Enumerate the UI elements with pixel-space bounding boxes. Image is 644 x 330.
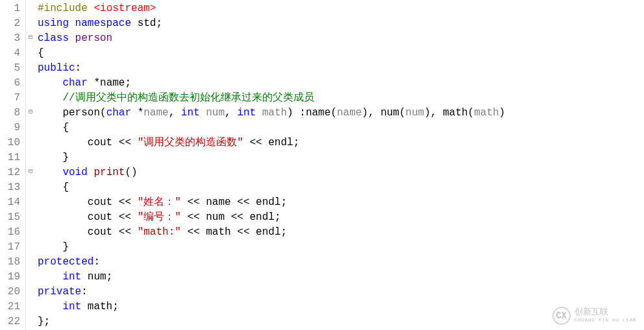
token-ident: num <box>380 107 399 119</box>
line-number: 18 <box>3 255 20 270</box>
token-param: math <box>474 107 499 119</box>
token-op: ( <box>330 107 337 119</box>
token-op: } <box>38 152 69 163</box>
token-ident: math <box>443 107 467 119</box>
token-op: ; <box>125 77 131 89</box>
token-ident: cout <box>38 211 119 223</box>
token-kw: protected <box>38 256 93 268</box>
token-op: () <box>125 167 137 178</box>
token-pp: #include <box>38 3 93 14</box>
line-number-gutter: 12345678910111213141516171819202122 <box>0 0 26 330</box>
token-inc-h: <iostream> <box>93 3 156 14</box>
token-func: print <box>93 167 125 178</box>
token-ident <box>38 301 62 312</box>
code-line: } <box>38 240 644 255</box>
token-kw: char <box>62 77 93 89</box>
code-line: } <box>38 150 644 165</box>
token-ident: endl <box>249 211 274 223</box>
fold-marker[interactable]: ⊟ <box>26 104 35 119</box>
token-ident <box>38 77 62 89</box>
fold-marker <box>26 268 35 283</box>
fold-marker <box>26 239 35 253</box>
fold-marker[interactable]: ⊟ <box>26 30 35 45</box>
code-line: cout << "姓名：" << name << endl; <box>38 195 644 210</box>
token-op: << <box>181 196 206 208</box>
code-line: cout << "math:" << math << endl; <box>38 225 644 240</box>
token-kw: using <box>38 18 75 29</box>
fold-column: ⊟⊟⊟ <box>26 0 35 330</box>
token-op: : <box>75 62 82 74</box>
token-op: { <box>38 122 69 134</box>
line-number: 22 <box>3 314 20 329</box>
code-line: public: <box>38 61 644 76</box>
line-number: 21 <box>3 300 20 314</box>
token-str: "调用父类的构造函数" <box>138 137 243 148</box>
fold-marker <box>26 179 35 194</box>
fold-marker[interactable]: ⊟ <box>26 164 35 179</box>
code-line: { <box>38 46 644 61</box>
token-ident <box>38 167 62 178</box>
code-line: class person <box>38 31 644 46</box>
line-number: 12 <box>3 165 20 180</box>
token-op: ; <box>106 271 113 283</box>
token-op: << <box>243 137 268 148</box>
token-kw: public <box>38 62 75 74</box>
fold-marker <box>26 89 35 104</box>
token-ident: name <box>306 107 330 119</box>
token-comment: //调用父类中的构造函数去初始化继承过来的父类成员 <box>62 92 314 104</box>
line-number: 13 <box>3 180 20 195</box>
code-line: { <box>38 121 644 136</box>
fold-marker <box>26 0 35 15</box>
token-ident: cout <box>38 226 119 238</box>
code-line: int num; <box>38 270 644 285</box>
code-line: cout << "编号：" << num << endl; <box>38 210 644 225</box>
code-area: #include <iostream>using namespace std;c… <box>35 0 644 330</box>
token-ident: endl <box>256 196 280 208</box>
fold-marker <box>26 15 35 30</box>
token-op: << <box>181 226 206 238</box>
token-param: num <box>406 107 425 119</box>
token-ident <box>38 92 62 104</box>
token-ident <box>38 107 62 119</box>
token-param: name <box>337 107 362 119</box>
line-number: 9 <box>3 121 20 136</box>
token-ident: endl <box>268 137 293 148</box>
token-op: << <box>119 137 138 148</box>
token-op: ( <box>399 107 406 119</box>
fold-marker <box>26 119 35 134</box>
token-ident <box>38 271 62 283</box>
token-ident: num <box>206 211 225 223</box>
logo-en: CHUANG XIN HU LIAN <box>575 318 636 324</box>
token-op: , <box>225 107 237 119</box>
line-number: 5 <box>3 61 20 76</box>
token-typename: person <box>75 32 113 44</box>
line-number: 7 <box>3 91 20 106</box>
line-number: 19 <box>3 270 20 285</box>
code-line: using namespace std; <box>38 16 644 31</box>
line-number: 20 <box>3 285 20 300</box>
token-op: << <box>119 211 138 223</box>
fold-marker <box>26 209 35 224</box>
token-kw: private <box>38 286 81 298</box>
token-ident: std <box>138 18 156 29</box>
token-op: ; <box>275 211 281 223</box>
token-kw: int <box>237 107 262 119</box>
token-op: * <box>93 77 100 89</box>
fold-marker <box>26 298 35 313</box>
token-param: math <box>262 107 287 119</box>
fold-marker <box>26 45 35 60</box>
fold-marker <box>26 194 35 209</box>
code-line: void print() <box>38 165 644 180</box>
token-op: << <box>225 211 249 223</box>
line-number: 15 <box>3 210 20 225</box>
token-op: : <box>93 256 100 268</box>
code-line: { <box>38 180 644 195</box>
fold-marker <box>26 283 35 298</box>
watermark-logo: CX 创新互联 CHUANG XIN HU LIAN <box>552 307 636 325</box>
token-op: << <box>119 226 138 238</box>
line-number: 16 <box>3 225 20 240</box>
token-kw: class <box>38 32 75 44</box>
token-ident: name <box>100 77 125 89</box>
logo-text: 创新互联 CHUANG XIN HU LIAN <box>575 308 636 323</box>
token-ident: endl <box>256 226 280 238</box>
